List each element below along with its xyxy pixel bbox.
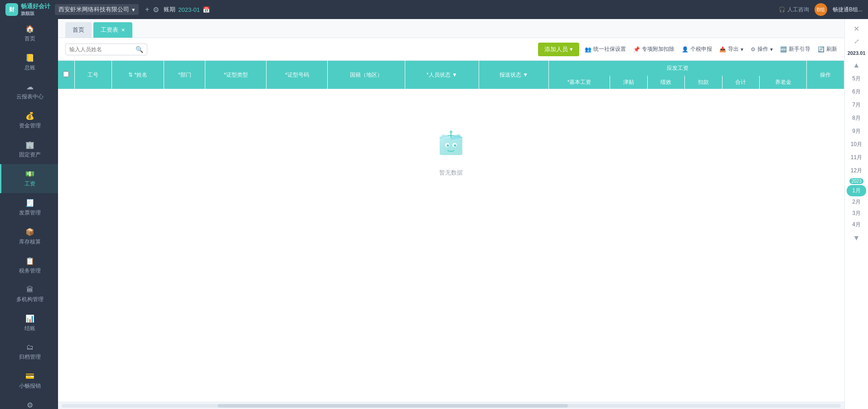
month-item-jan-2023[interactable]: 1月 xyxy=(847,185,866,196)
sidebar-item-invoice[interactable]: 🧾 发票管理 xyxy=(0,193,58,222)
filter-icon-2[interactable]: ▼ xyxy=(523,72,528,78)
tab-home-label: 首页 xyxy=(73,26,84,34)
sidebar-item-inventory[interactable]: 📦 库存核算 xyxy=(0,222,58,251)
month-item-7[interactable]: 7月 xyxy=(845,99,868,111)
panel-expand-btn[interactable]: ⤢ xyxy=(853,36,859,47)
app-edition: 旗舰版 xyxy=(21,10,50,17)
month-item-6[interactable]: 6月 xyxy=(845,86,868,97)
scroll-thumb[interactable] xyxy=(218,404,568,408)
empty-state-row: 暂无数据 xyxy=(58,89,844,213)
month-item-5[interactable]: 5月 xyxy=(845,73,868,84)
th-name: ⇅ *姓名 xyxy=(112,61,164,89)
th-checkbox[interactable] xyxy=(58,61,74,89)
th-deduction: 扣款 xyxy=(685,76,722,89)
tab-salary-close[interactable]: ✕ xyxy=(121,27,125,33)
th-num: 工号 xyxy=(74,61,112,89)
user-avatar: B组 xyxy=(815,3,827,16)
sidebar-label-archive: 归档管理 xyxy=(19,353,41,361)
settings-gear-icon: ⚙ xyxy=(27,401,33,409)
sidebar-label-home: 首页 xyxy=(24,35,35,43)
deduction-icon: 📌 xyxy=(633,46,640,53)
add-person-button[interactable]: 添加人员 ▾ xyxy=(538,43,579,56)
filter-icon-1[interactable]: ▼ xyxy=(452,72,457,78)
sidebar-item-fund[interactable]: 💰 资金管理 xyxy=(0,106,58,135)
sidebar-item-multi-org[interactable]: 🏛 多机构管理 xyxy=(0,280,58,309)
sidebar-item-settings[interactable]: ⚙ 基础设置 xyxy=(0,395,58,409)
special-deduction-btn[interactable]: 📌 专项附加扣除 xyxy=(633,45,674,53)
add-company-icon[interactable]: + xyxy=(145,5,149,14)
month-item-10[interactable]: 10月 xyxy=(845,139,868,150)
month-item-9[interactable]: 9月 xyxy=(845,126,868,137)
sidebar-item-close[interactable]: 📊 结账 xyxy=(0,309,58,338)
th-total: 合计 xyxy=(722,76,759,89)
company-selector[interactable]: 西安虾米网络科技有限公司 ▾ xyxy=(55,4,139,15)
main-layout: 🏠 首页 📒 总账 ☁ 云报表中心 💰 资金管理 🏢 固定资产 💵 工资 🧾 发… xyxy=(0,19,868,409)
empty-state: 暂无数据 xyxy=(58,89,844,213)
logo-icon: 财 xyxy=(5,3,18,16)
month-item-8[interactable]: 8月 xyxy=(845,112,868,124)
period-value[interactable]: 2023-01 xyxy=(178,6,200,13)
select-all-checkbox[interactable] xyxy=(63,71,69,77)
year-2023-badge: 2023 xyxy=(849,178,863,184)
year-2023-section: 2023 1月 2月 3月 4月 xyxy=(845,178,868,230)
headset-icon: 🎧 xyxy=(779,6,786,13)
search-box[interactable]: 🔍 xyxy=(65,44,147,55)
month-item-feb-2023[interactable]: 2月 xyxy=(845,196,868,208)
sidebar-item-archive[interactable]: 🗂 归档管理 xyxy=(0,338,58,366)
scroll-track[interactable] xyxy=(62,404,841,408)
sidebar-item-fixed-assets[interactable]: 🏢 固定资产 xyxy=(0,135,58,164)
empty-state-icon xyxy=(433,125,469,161)
right-panel-header: ✕ ⤢ xyxy=(853,23,859,47)
sidebar-item-tax[interactable]: 📋 税务管理 xyxy=(0,251,58,280)
sidebar-label-multi-org: 多机构管理 xyxy=(16,296,44,303)
archive-icon: 🗂 xyxy=(26,343,34,351)
tab-salary[interactable]: 工资表 ✕ xyxy=(93,22,132,38)
calendar-icon[interactable]: 📅 xyxy=(203,6,210,13)
month-item-apr-2023[interactable]: 4月 xyxy=(845,219,868,230)
svg-rect-0 xyxy=(440,138,462,155)
nav-up-btn[interactable]: ▲ xyxy=(845,59,868,71)
sidebar-label-inventory: 库存核算 xyxy=(19,238,41,246)
personal-tax-btn[interactable]: 👤 个税申报 xyxy=(682,45,712,53)
scroll-bar-container xyxy=(58,402,844,409)
close-period-icon: 📊 xyxy=(25,314,34,323)
ledger-icon: 📒 xyxy=(25,54,34,62)
th-cert-type: *证型类型 xyxy=(205,61,267,89)
month-item-mar-2023[interactable]: 3月 xyxy=(845,208,868,219)
toolbar: 🔍 添加人员 ▾ 👥 统一社保设置 📌 专项附加扣除 👤 个税申报 xyxy=(58,38,844,61)
sidebar-item-cloud-report[interactable]: ☁ 云报表中心 xyxy=(0,77,58,106)
panel-close-btn[interactable]: ✕ xyxy=(853,23,859,35)
refresh-icon: 🔄 xyxy=(818,46,824,53)
salary-icon: 💵 xyxy=(25,170,34,178)
refresh-btn[interactable]: 🔄 刷新 xyxy=(818,45,837,53)
content-area: 首页 工资表 ✕ 🔍 添加人员 ▾ 👥 统一社保设置 xyxy=(58,19,844,409)
assets-icon: 🏢 xyxy=(25,141,34,149)
sidebar-label-cloud-report: 云报表中心 xyxy=(16,93,44,101)
settings-icon[interactable]: ⚙ xyxy=(153,5,159,14)
new-guide-btn[interactable]: 🆕 新手引导 xyxy=(780,45,810,53)
operations-btn[interactable]: ⚙ 操作 ▾ xyxy=(751,45,773,53)
period-label: 账期 xyxy=(164,5,175,14)
tax-icon: 📋 xyxy=(25,257,34,265)
th-base-salary: *基本工资 xyxy=(549,76,610,89)
nav-down-btn[interactable]: ▼ xyxy=(845,232,868,244)
social-security-btn[interactable]: 👥 统一社保设置 xyxy=(585,45,626,53)
right-panel: ✕ ⤢ 2023.01 ▲ 5月 6月 7月 8月 9月 10月 11月 12月… xyxy=(844,19,868,409)
user-service-btn[interactable]: 🎧 人工咨询 xyxy=(779,6,809,14)
home-icon: 🏠 xyxy=(25,24,34,33)
month-item-11[interactable]: 11月 xyxy=(845,152,868,163)
add-person-dropdown-icon: ▾ xyxy=(570,46,573,53)
search-input[interactable] xyxy=(69,46,133,53)
tab-home[interactable]: 首页 xyxy=(65,22,92,38)
sidebar-item-expense[interactable]: 💳 小畅报销 xyxy=(0,366,58,395)
tab-bar: 首页 工资表 ✕ xyxy=(58,19,844,38)
sidebar-item-home[interactable]: 🏠 首页 xyxy=(0,19,58,48)
th-report-status: 报送状态 ▼ xyxy=(479,61,548,89)
sidebar-item-general-ledger[interactable]: 📒 总账 xyxy=(0,48,58,77)
sidebar-label-general-ledger: 总账 xyxy=(24,64,35,72)
sidebar-item-salary[interactable]: 💵 工资 xyxy=(0,164,58,193)
export-btn[interactable]: 📤 导出 ▾ xyxy=(719,45,743,53)
month-item-12[interactable]: 12月 xyxy=(845,165,868,176)
tab-salary-label: 工资表 xyxy=(101,26,118,34)
tax-person-icon: 👤 xyxy=(682,46,689,53)
